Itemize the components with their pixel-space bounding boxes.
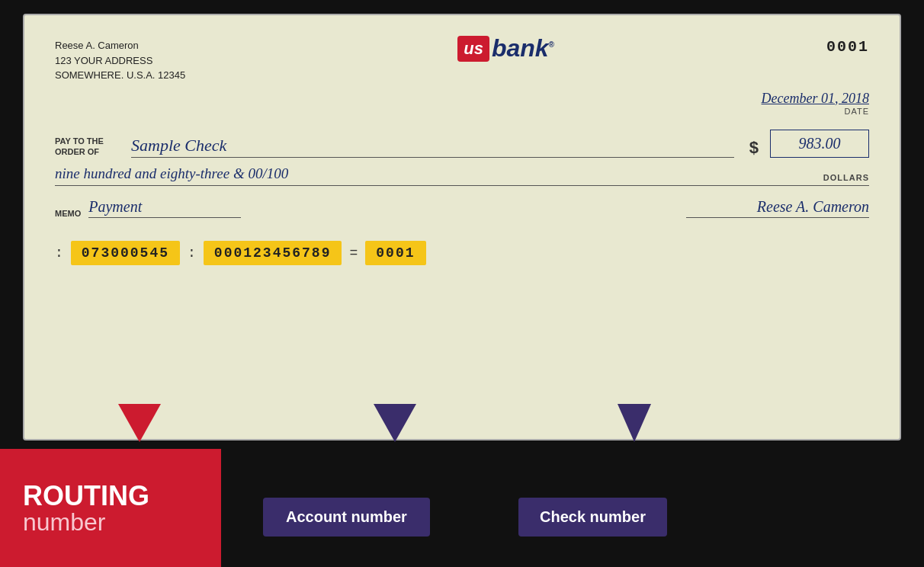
- account-arrow-container: [374, 404, 416, 442]
- logo-bank: bank®: [492, 34, 554, 62]
- micr-routing-number: 073000545: [71, 241, 180, 265]
- check-address: Reese A. Cameron 123 YOUR ADDRESS SOMEWH…: [55, 38, 185, 83]
- written-amount-row: nine hundred and eighty-three & 00/100 D…: [55, 165, 869, 186]
- pay-to-label: PAY TO THEORDER OF: [55, 136, 124, 158]
- bank-logo: us bank®: [457, 34, 554, 62]
- micr-row: : 073000545 : 000123456789 = 0001: [55, 241, 869, 265]
- address-line2: SOMEWHERE. U.S.A. 12345: [55, 68, 185, 83]
- routing-label-top: ROUTING: [23, 482, 149, 510]
- memo-sig-row: MEMO Payment Reese A. Cameron: [55, 198, 869, 218]
- signature-line: Reese A. Cameron: [686, 198, 869, 218]
- account-label-text: Account number: [286, 508, 407, 525]
- account-label-box: Account number: [263, 498, 430, 537]
- account-arrow: [374, 404, 416, 442]
- logo-registered: ®: [549, 40, 554, 49]
- signature-value: Reese A. Cameron: [757, 198, 869, 215]
- routing-arrow-container: [118, 404, 161, 442]
- check-top-row: Reese A. Cameron 123 YOUR ADDRESS SOMEWH…: [55, 38, 869, 83]
- check-arrow-container: [618, 404, 651, 442]
- memo-label: MEMO: [55, 209, 81, 218]
- check-label-box: Check number: [518, 498, 667, 537]
- owner-name: Reese A. Cameron: [55, 38, 185, 53]
- page-wrapper: Reese A. Cameron 123 YOUR ADDRESS SOMEWH…: [0, 0, 924, 567]
- logo-us: us: [457, 36, 489, 62]
- check-date-value: December 01, 2018: [762, 91, 869, 107]
- routing-label-box: ROUTING number: [0, 449, 221, 567]
- check-date-row: December 01, 2018 DATE: [55, 91, 869, 116]
- pay-row: PAY TO THEORDER OF Sample Check $ 983.00: [55, 130, 869, 158]
- written-amount: nine hundred and eighty-three & 00/100: [55, 165, 288, 182]
- routing-arrow: [118, 404, 161, 442]
- dollars-label: DOLLARS: [823, 173, 869, 182]
- amount-box: 983.00: [770, 130, 869, 158]
- check-label-text: Check number: [540, 508, 646, 525]
- dollar-sign: $: [749, 138, 759, 158]
- micr-account-symbol: =: [349, 245, 358, 261]
- check-number-arrow: [618, 404, 651, 442]
- payee-name: Sample Check: [131, 136, 226, 155]
- memo-section: MEMO Payment: [55, 198, 241, 218]
- check-date-label: DATE: [762, 107, 869, 116]
- check-number-top: 0001: [826, 38, 869, 56]
- memo-line: Payment: [88, 198, 241, 218]
- memo-value: Payment: [88, 198, 142, 215]
- micr-symbol-right: :: [188, 245, 196, 261]
- micr-symbol-left: :: [55, 245, 63, 261]
- address-line1: 123 YOUR ADDRESS: [55, 53, 185, 69]
- micr-check-number: 0001: [365, 241, 425, 265]
- pay-line: Sample Check: [131, 136, 734, 158]
- check-body: Reese A. Cameron 123 YOUR ADDRESS SOMEWH…: [23, 14, 901, 440]
- micr-account-number: 000123456789: [204, 241, 342, 265]
- check-date-inner: December 01, 2018 DATE: [762, 91, 869, 116]
- routing-label-bottom: number: [23, 510, 106, 534]
